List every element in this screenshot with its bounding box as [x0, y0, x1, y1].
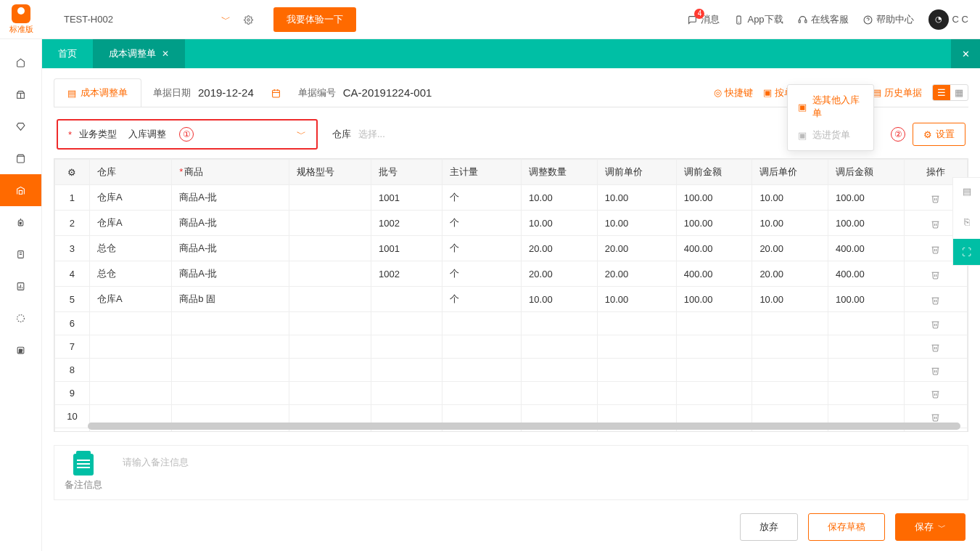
messages-link[interactable]: 4 消息 [688, 13, 720, 26]
app-download-link[interactable]: App下载 [734, 13, 783, 26]
help-label: 帮助中心 [876, 13, 914, 26]
org-select[interactable]: TEST-H002 ﹀ [57, 8, 238, 31]
topbar: 标准版 TEST-H002 ﹀ 我要体验一下 4 消息 App下载 在线客服 帮… [0, 0, 980, 39]
org-name: TEST-H002 [64, 14, 113, 25]
user-menu[interactable]: ◔ C C [928, 9, 968, 30]
svg-rect-1 [737, 16, 741, 24]
svg-point-0 [247, 19, 250, 21]
svg-rect-4 [804, 20, 806, 23]
help-icon [863, 14, 873, 25]
chevron-down-icon: ﹀ [221, 13, 231, 26]
phone-icon [734, 14, 744, 25]
headset-icon [798, 14, 807, 25]
avatar-icon: ◔ [928, 9, 949, 30]
svg-rect-3 [799, 20, 800, 23]
customer-service-label: 在线客服 [811, 13, 849, 26]
message-badge: 4 [694, 9, 704, 19]
logo-label: 标准版 [9, 24, 33, 35]
app-download-label: App下载 [747, 13, 783, 26]
logo-icon [12, 4, 30, 23]
customer-service-link[interactable]: 在线客服 [798, 13, 849, 26]
logo[interactable]: 标准版 [0, 0, 42, 39]
gear-icon[interactable] [244, 14, 253, 25]
help-link[interactable]: 帮助中心 [863, 13, 914, 26]
cta-trial-button[interactable]: 我要体验一下 [273, 7, 356, 32]
user-name: C C [952, 14, 968, 25]
